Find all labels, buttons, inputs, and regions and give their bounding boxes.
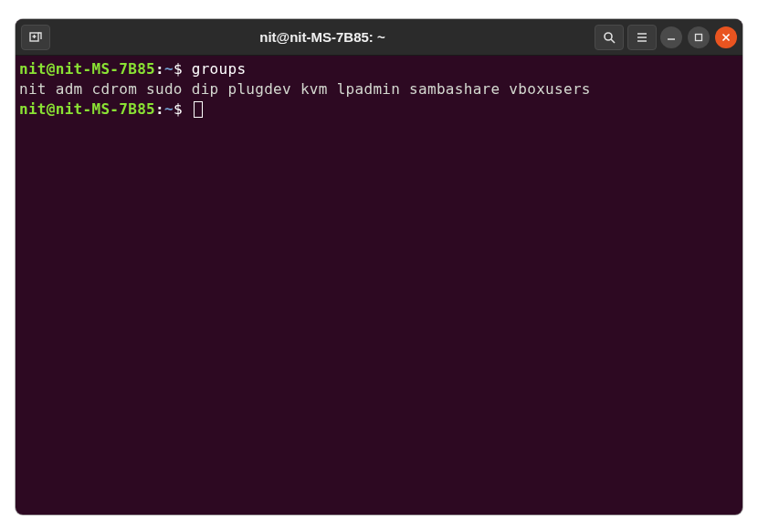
- window-controls: [660, 26, 737, 48]
- new-tab-button[interactable]: [21, 25, 50, 50]
- search-icon: [602, 30, 616, 45]
- terminal-output: nit adm cdrom sudo dip plugdev kvm lpadm…: [19, 79, 739, 99]
- prompt-path: ~: [164, 60, 174, 78]
- minimize-icon: [667, 33, 676, 42]
- prompt-sigil: $: [174, 100, 183, 118]
- prompt-user-host: nit@nit-MS-7B85: [19, 100, 155, 118]
- svg-line-2: [611, 39, 615, 43]
- prompt-sigil: $: [174, 60, 183, 78]
- maximize-button[interactable]: [688, 26, 710, 48]
- terminal-line: nit@nit-MS-7B85:~$: [19, 99, 739, 120]
- cursor: [194, 101, 203, 118]
- terminal-line: nit@nit-MS-7B85:~$ groups: [19, 59, 739, 79]
- prompt-colon: :: [155, 60, 164, 78]
- new-tab-icon: [28, 30, 43, 45]
- terminal-body[interactable]: nit@nit-MS-7B85:~$ groups nit adm cdrom …: [16, 56, 742, 123]
- titlebar[interactable]: nit@nit-MS-7B85: ~: [16, 19, 742, 56]
- terminal-window: nit@nit-MS-7B85: ~: [16, 19, 742, 515]
- minimize-button[interactable]: [660, 26, 682, 48]
- window-title: nit@nit-MS-7B85: ~: [54, 29, 591, 45]
- prompt-colon: :: [155, 100, 164, 118]
- prompt-path: ~: [164, 100, 174, 118]
- menu-button[interactable]: [627, 25, 657, 50]
- hamburger-icon: [635, 30, 649, 45]
- svg-point-1: [605, 33, 612, 40]
- prompt-user-host: nit@nit-MS-7B85: [19, 60, 155, 78]
- command-text: groups: [192, 60, 247, 78]
- search-button[interactable]: [595, 25, 624, 50]
- close-icon: [721, 33, 731, 42]
- svg-rect-7: [696, 34, 702, 40]
- close-button[interactable]: [715, 26, 737, 48]
- maximize-icon: [694, 33, 703, 42]
